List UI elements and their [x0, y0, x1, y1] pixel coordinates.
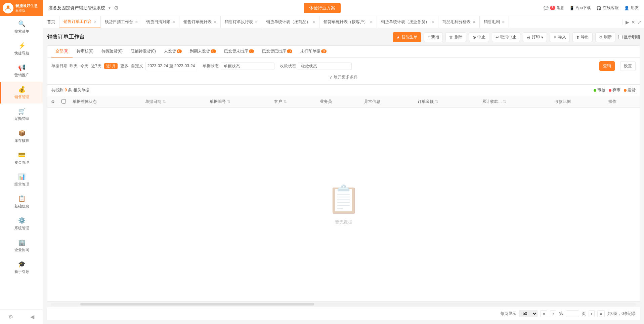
tab-sales-summary-customer[interactable]: 销货单统计表（按客户） ✕ — [319, 16, 377, 28]
tab-cash-reconcile[interactable]: 钱货日清对账 ✕ — [142, 16, 179, 28]
expand-more-btn[interactable]: ∨ 展开更多条件 — [51, 74, 636, 81]
tab-close-sales-exec[interactable]: ✕ — [255, 20, 258, 24]
message-item[interactable]: 💬 5 消息 — [544, 5, 564, 10]
th-amount[interactable]: 订单金额⇅ — [414, 96, 479, 108]
filter-tab-not-printed[interactable]: 未打印单据0 — [296, 46, 331, 57]
tab-close-sales-stats[interactable]: ✕ — [214, 20, 216, 24]
tab-close-cash-daily[interactable]: ✕ — [135, 20, 138, 24]
tab-scroll-right-icon[interactable]: ▶ — [626, 19, 629, 25]
query-button[interactable]: 查询 — [599, 61, 615, 71]
filter-tab-all[interactable]: 全部(0) — [51, 46, 73, 57]
sidebar-item-finance[interactable]: 💳 资金管理 — [0, 147, 43, 169]
sidebar-item-sales[interactable]: 💰 销售管理 — [0, 82, 43, 104]
tab-close-sales-profit[interactable]: ✕ — [502, 20, 505, 24]
th-customer[interactable]: 客户⇅ — [271, 96, 316, 108]
page-size-select[interactable]: 50 10 20 100 — [519, 310, 538, 317]
sidebar-item-basic-info[interactable]: 📋 基础信息 — [0, 191, 43, 213]
add-button[interactable]: + 新增 — [424, 32, 443, 42]
sidebar-item-tutorial[interactable]: 🎓 新手引导 — [0, 256, 43, 278]
ship-btn[interactable]: 发货 — [624, 87, 636, 93]
date-opt-1month[interactable]: 近1月 — [104, 63, 118, 69]
sidebar-settings-btn[interactable]: ⚙ — [8, 314, 13, 320]
user-item[interactable]: 👤 用友 — [624, 5, 639, 11]
import-button[interactable]: ⬇ 导入 — [550, 32, 570, 42]
page-size-label: 每页显示 — [500, 311, 516, 317]
horizontal-scrollbar[interactable] — [51, 303, 636, 306]
filter-tab-shipped-warehoused[interactable]: 已发货已出库0 — [258, 46, 296, 57]
tab-bar: 首页 销售订单工作台 ✕ 钱货日清工作台 ✕ 钱货日清对账 ✕ 销售订单统计表 … — [43, 16, 644, 28]
filter-tab-not-shipped[interactable]: 未发货0 — [160, 46, 186, 57]
solution-button[interactable]: 体验行业方案 — [304, 3, 341, 13]
smart-create-button[interactable]: ★ 智能生单 — [393, 32, 421, 42]
date-opt-yesterday[interactable]: 昨天 — [70, 63, 78, 69]
filter-tab-pending-inspection[interactable]: 待拣验货(0) — [97, 46, 127, 57]
filter-tab-overdue[interactable]: 到期未发货0 — [186, 46, 220, 57]
review-btn[interactable]: 审核 — [594, 87, 605, 93]
payment-select[interactable]: 收款状态 — [298, 63, 352, 70]
status-select[interactable]: 单据状态 — [221, 63, 274, 70]
first-page-button[interactable]: « — [540, 310, 547, 317]
th-date[interactable]: 单据日期⇅ — [142, 96, 206, 108]
date-opt-7days[interactable]: 近7天 — [91, 63, 101, 69]
delete-button[interactable]: 🗑 删除 — [445, 32, 466, 42]
last-page-button[interactable]: » — [597, 310, 604, 317]
tab-close-summary-customer[interactable]: ✕ — [370, 20, 373, 24]
tab-sales-exec[interactable]: 销售订单执行表 ✕ — [221, 16, 262, 28]
tab-sales-summary-staff[interactable]: 销货单统计表（按业务员） ✕ — [377, 16, 438, 28]
tab-close-cash-reconcile[interactable]: ✕ — [172, 20, 175, 24]
tab-close-summary-product[interactable]: ✕ — [312, 20, 315, 24]
tab-close-all-icon[interactable]: ✕ — [631, 19, 635, 25]
th-number[interactable]: 单据编号⇅ — [206, 96, 271, 108]
cancel-stop-button[interactable]: ↩ 取消中止 — [492, 32, 520, 42]
page-number-input[interactable]: 1 — [566, 310, 579, 317]
tab-sales-order[interactable]: 销售订单工作台 ✕ — [59, 16, 101, 28]
tab-sales-profit[interactable]: 销售毛利 ✕ — [480, 16, 509, 28]
sidebar-item-marketing[interactable]: 📢 营销推广 — [0, 60, 43, 82]
sidebar-item-inventory[interactable]: 📦 库存核算 — [0, 125, 43, 147]
cancel-review-btn[interactable]: 弃审 — [609, 87, 620, 93]
tab-sales-stats[interactable]: 销售订单统计表 ✕ — [179, 16, 221, 28]
sidebar-item-quick-nav[interactable]: ⚡ 快捷导航 — [0, 38, 43, 60]
tab-maximize-icon[interactable]: ⤢ — [637, 19, 641, 25]
prev-page-button[interactable]: ‹ — [550, 310, 556, 317]
topbar-settings-icon[interactable]: ⚙ — [114, 5, 119, 11]
tab-cash-daily[interactable]: 钱货日清工作台 ✕ — [101, 16, 142, 28]
th-checkbox[interactable] — [58, 96, 69, 108]
scrollbar-thumb[interactable] — [80, 303, 314, 306]
date-opt-today[interactable]: 今天 — [80, 63, 88, 69]
page-title: 销售订单工作台 — [47, 34, 85, 41]
topbar-dropdown-arrow[interactable]: ▾ — [109, 6, 111, 10]
table-scroll[interactable]: ⚙ 单据整体状态 单据日期⇅ 单据编号⇅ 客户⇅ 业务员 异常信息 订单金额⇅ … — [47, 96, 640, 301]
export-button[interactable]: ⬆ 导出 — [572, 32, 593, 42]
th-collected[interactable]: 累计收款...⇅ — [479, 96, 551, 108]
date-opt-custom[interactable]: 自定义 — [131, 63, 143, 69]
filter-settings-button[interactable]: 设置 — [620, 61, 636, 71]
filter-tab-shipped-not-warehoused[interactable]: 已发货未出库0 — [220, 46, 258, 57]
tab-close-summary-staff[interactable]: ✕ — [431, 20, 434, 24]
sidebar-item-operation[interactable]: 📊 经营管理 — [0, 169, 43, 191]
filter-tab-pending-review[interactable]: 待审核(0) — [73, 46, 98, 57]
tab-sales-summary-product[interactable]: 销货单统计表（按商品） ✕ — [262, 16, 319, 28]
app-download-item[interactable]: 📱 App下载 — [569, 5, 591, 11]
tab-close-gross-margin[interactable]: ✕ — [473, 20, 475, 24]
filter-tab-wangpu[interactable]: 旺铺待发货(0) — [127, 46, 160, 57]
sidebar-item-purchase[interactable]: 🛒 采购管理 — [0, 104, 43, 125]
sidebar-collapse-btn[interactable]: ◀ — [30, 314, 34, 320]
sidebar-item-enterprise[interactable]: 🏢 企业协同 — [0, 235, 43, 256]
sidebar-item-system[interactable]: ⚙️ 系统管理 — [0, 213, 43, 235]
date-range-display[interactable]: 2023-02-24 至 2023-03-24 — [145, 62, 197, 70]
select-all-checkbox[interactable] — [61, 99, 66, 104]
date-opt-more[interactable]: 更多 — [120, 63, 128, 69]
refresh-icon: ↻ — [599, 35, 602, 40]
th-settings[interactable]: ⚙ — [47, 96, 58, 108]
print-button[interactable]: 🖨 打印 ▾ — [523, 32, 547, 42]
tab-close-sales-order[interactable]: ✕ — [94, 20, 96, 24]
tab-home[interactable]: 首页 — [43, 16, 59, 28]
stop-button[interactable]: ⊗ 中止 — [469, 32, 489, 42]
next-page-button[interactable]: › — [589, 310, 595, 317]
tab-gross-margin[interactable]: 商品毛利分析表 ✕ — [438, 16, 480, 28]
refresh-button[interactable]: ↻ 刷新 — [595, 32, 615, 42]
show-detail-checkbox[interactable]: 显示明细 — [618, 34, 640, 40]
online-service-item[interactable]: 🎧 在线客服 — [596, 5, 619, 11]
sidebar-item-search[interactable]: 🔍 搜索菜单 — [0, 16, 43, 38]
